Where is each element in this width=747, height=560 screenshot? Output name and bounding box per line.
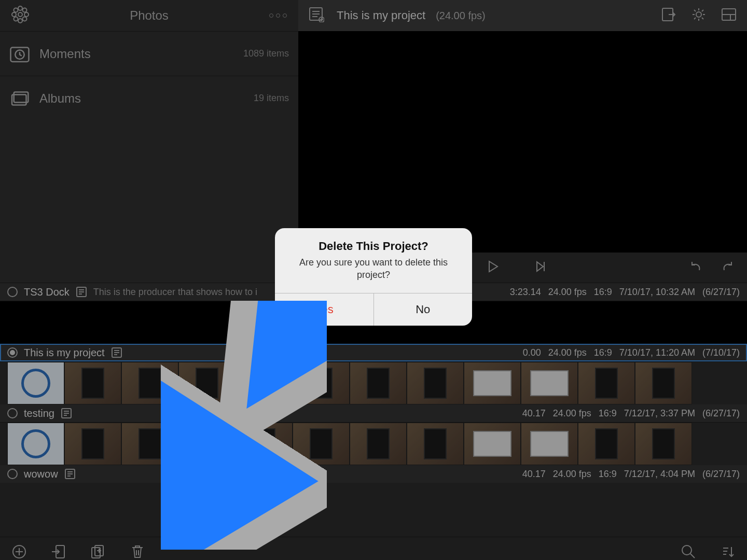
dialog-body: Are you sure you want to delete this pro…: [275, 256, 472, 293]
delete-project-dialog: Delete This Project? Are you sure you wa…: [275, 228, 472, 326]
dialog-title: Delete This Project?: [275, 228, 472, 256]
no-button[interactable]: No: [374, 293, 473, 326]
yes-button[interactable]: Yes: [275, 293, 374, 326]
